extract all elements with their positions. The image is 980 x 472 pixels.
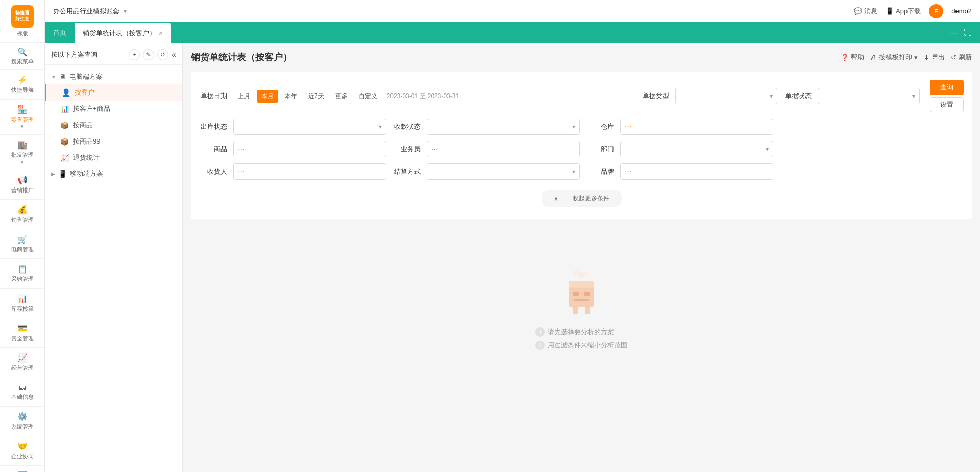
sidebar-item-guide[interactable]: 🆕 新手引导 (0, 466, 44, 472)
tree-item-by-customer[interactable]: 👤 按客户 (45, 84, 182, 101)
topbar-title: 办公用品行业模拟账套 (53, 7, 119, 16)
sidebar-item-marketing[interactable]: 📢 营销推广 (0, 170, 44, 200)
sidebar-item-system[interactable]: ⚙️ 系统管理 (0, 407, 44, 436)
topbar-right: 💬 消息 📱 App下载 E demo2 (854, 4, 972, 18)
desktop-group: ▼ 🖥 电脑端方案 👤 按客户 📊 按客户+商品 📦 按商品 (45, 69, 182, 166)
ecommerce-label: 电商管理 (11, 246, 34, 253)
out-status-label: 出库状态 (199, 122, 227, 131)
sidebar-item-ecommerce[interactable]: 🛒 电商管理 (0, 229, 44, 259)
export-icon: ⬇ (924, 54, 929, 61)
receiver-dots: ··· (238, 167, 244, 176)
refresh-btn[interactable]: ↺ 刷新 (951, 53, 972, 62)
sidebar-item-enterprise[interactable]: 🤝 企业协同 (0, 436, 44, 466)
doc-status-select[interactable]: ▾ (818, 88, 920, 104)
message-label: 消息 (864, 7, 877, 16)
return-stat-icon: 📈 (60, 154, 69, 162)
doc-type-arrow-icon: ▾ (770, 92, 773, 100)
tree-item-by-goods-99[interactable]: 📦 按商品99 (45, 133, 182, 150)
receiver-input[interactable]: ··· (233, 163, 386, 180)
wholesale-icon: 🏬 (17, 140, 28, 150)
out-status-select[interactable]: ▾ (233, 119, 386, 135)
left-panel-title: 按以下方案查询 (51, 50, 97, 59)
refresh-scheme-btn[interactable]: ↺ (157, 49, 168, 60)
operation-label: 经营管理 (11, 364, 34, 372)
tab-close-btn[interactable]: × (159, 29, 163, 37)
tree-item-by-goods[interactable]: 📦 按商品 (45, 117, 182, 133)
sidebar-item-purchase[interactable]: 📋 采购管理 (0, 259, 44, 289)
purchase-icon: 📋 (17, 264, 28, 274)
tab-minimize-btn[interactable]: — (949, 28, 958, 37)
sidebar-item-finance[interactable]: 💳 资金管理 (0, 318, 44, 348)
tree-item-by-customer-goods[interactable]: 📊 按客户+商品 (45, 101, 182, 117)
settlement-select[interactable]: ▾ (427, 163, 580, 180)
mobile-group-header[interactable]: ▶ 📱 移动端方案 (45, 166, 182, 181)
edit-scheme-btn[interactable]: ✎ (143, 49, 154, 60)
svg-rect-4 (569, 281, 594, 288)
finance-label: 资金管理 (11, 335, 34, 342)
sidebar-item-operation[interactable]: 📈 经营管理 (0, 348, 44, 377)
warehouse-input[interactable]: ··· (620, 119, 773, 135)
goods-input[interactable]: ··· (233, 141, 386, 157)
svg-rect-1 (573, 292, 579, 296)
dept-select[interactable]: ▾ (620, 141, 773, 157)
receipt-status-select[interactable]: ▾ (427, 119, 580, 135)
add-scheme-btn[interactable]: + (129, 49, 140, 60)
tab-home[interactable]: 首页 (45, 22, 75, 43)
search-menu-btn[interactable]: 🔍 搜索菜单 (0, 43, 44, 70)
doc-status-arrow-icon: ▾ (912, 92, 915, 100)
system-label: 系统管理 (11, 423, 34, 431)
date-last-month-btn[interactable]: 上月 (233, 90, 255, 103)
sidebar-item-basic[interactable]: 🗂 基础信息 (0, 377, 44, 407)
salesperson-label: 业务员 (393, 145, 421, 154)
desktop-group-icon: 🖥 (59, 73, 66, 81)
dept-arrow-icon: ▾ (766, 146, 769, 153)
app-download-btn[interactable]: 📱 App下载 (886, 7, 921, 16)
desktop-group-header[interactable]: ▼ 🖥 电脑端方案 (45, 69, 182, 84)
salesperson-input[interactable]: ··· (427, 141, 580, 157)
collapse-bar[interactable]: ∧ 收起更多条件 (199, 186, 964, 211)
user-name: demo2 (951, 7, 972, 15)
collapse-panel-btn[interactable]: « (172, 50, 176, 59)
main-area: 办公用品行业模拟账套 ▾ 💬 消息 📱 App下载 E demo2 首页 销货单… (45, 0, 980, 472)
tab-maximize-btn[interactable]: ⛶ (964, 28, 972, 37)
page-header: 销货单统计表（按客户） ❓ 帮助 🖨 按模板打印 ▾ ⬇ 导出 (191, 51, 972, 63)
help-btn[interactable]: ❓ 帮助 (841, 53, 864, 62)
marketing-label: 营销推广 (11, 186, 34, 194)
date-last-7-days-btn[interactable]: 近7天 (304, 90, 329, 103)
date-this-year-btn[interactable]: 本年 (280, 90, 302, 103)
export-btn[interactable]: ⬇ 导出 (924, 53, 945, 62)
svg-rect-0 (569, 287, 594, 307)
left-panel: 按以下方案查询 + ✎ ↺ « ▼ 🖥 电脑端方案 👤 (45, 43, 183, 472)
date-custom-btn[interactable]: 自定义 (354, 90, 382, 103)
return-stat-label: 退货统计 (73, 153, 100, 162)
retail-label: 零售管理 (11, 116, 34, 124)
tip-text-2: 用过滤条件来缩小分析范围 (548, 341, 627, 350)
date-this-month-btn[interactable]: 本月 (257, 90, 278, 103)
purchase-label: 采购管理 (11, 275, 34, 283)
message-btn[interactable]: 💬 消息 (854, 7, 877, 16)
svg-point-5 (578, 272, 584, 278)
svg-point-6 (584, 271, 589, 275)
tip-number-2: 2 (535, 341, 545, 350)
tab-sales-stat[interactable]: 销货单统计表（按客户） × (75, 23, 171, 43)
sidebar-item-shortcut[interactable]: ⚡ 快捷导航 (0, 70, 44, 100)
date-more-btn[interactable]: 更多 (331, 90, 352, 103)
brand-input[interactable]: ··· (620, 163, 773, 180)
receipt-status-arrow-icon: ▾ (572, 123, 575, 130)
query-btn[interactable]: 查询 (930, 80, 964, 95)
sidebar-item-sales[interactable]: 💰 销售管理 (0, 200, 44, 229)
desktop-group-arrow-icon: ▼ (51, 74, 56, 80)
avatar-text: E (935, 8, 938, 14)
doc-type-select[interactable]: ▾ (675, 88, 777, 104)
user-avatar[interactable]: E (929, 4, 943, 18)
sidebar-item-inventory[interactable]: 📊 库存核算 (0, 289, 44, 318)
tree-item-return-stat[interactable]: 📈 退货统计 (45, 150, 182, 166)
operation-icon: 📈 (17, 353, 28, 363)
topbar-dropdown-btn[interactable]: ▾ (124, 8, 127, 15)
sidebar-item-wholesale[interactable]: 🏬 批发管理 ▲ (0, 135, 44, 170)
desktop-group-label: 电脑端方案 (69, 72, 103, 81)
print-btn[interactable]: 🖨 按模板打印 ▾ (870, 53, 918, 62)
settings-btn[interactable]: 设置 (930, 97, 964, 112)
mobile-group-icon: 📱 (58, 170, 67, 178)
sidebar-item-retail[interactable]: 🏪 零售管理 ▼ (0, 100, 44, 135)
